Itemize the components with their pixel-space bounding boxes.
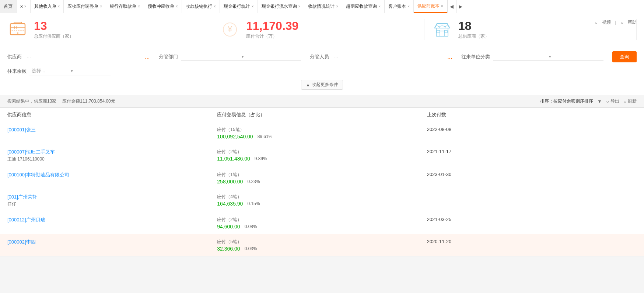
tx-row-0: 100,092,540.0089.61%	[217, 134, 427, 139]
circle-icon: ○	[595, 20, 597, 25]
payable-suppliers-label: 总应付供应商（家）	[34, 33, 74, 39]
result-text1: 搜索结果中，供应商13家	[7, 98, 56, 104]
total-suppliers-number: 18	[458, 20, 489, 32]
summary-text-payable-suppliers: 13 总应付供应商（家）	[34, 20, 74, 39]
payable-total-label: 应付合计（万）	[246, 33, 298, 39]
supplier-cell-5: [000002]李四	[7, 239, 217, 245]
person-dots[interactable]: ...	[447, 54, 452, 60]
table-row: [000012]广州贝瑞应付（2笔）94,600.000.08%2021-03-…	[0, 212, 644, 234]
nav-tab-bank-close[interactable]: ×	[138, 4, 140, 8]
refresh-button[interactable]: ○ 刷新	[624, 98, 637, 104]
nav-tab-home[interactable]: 首页	[0, 0, 17, 13]
store-icon	[432, 19, 452, 40]
nav-tab-3-close[interactable]: ×	[24, 4, 27, 8]
nav-tab-pre-collect-label: 预收冲应收单	[148, 3, 174, 10]
tx-label-5: 应付（5笔）	[217, 239, 427, 245]
nav-tab-cash-stat[interactable]: 现金银行统计 ×	[220, 0, 258, 13]
tx-label-3: 应付（4笔）	[217, 194, 427, 200]
person-input[interactable]	[332, 52, 444, 61]
nav-tab-overdue[interactable]: 超期应收款查询 ×	[342, 0, 385, 13]
date-cell-0: 2022-08-08	[427, 127, 637, 132]
supplier-link-2[interactable]: [000100]本特勤油品有限公司	[7, 172, 69, 177]
supplier-link-4[interactable]: [000012]广州贝瑞	[7, 217, 45, 223]
nav-tab-3[interactable]: 3 ×	[17, 0, 31, 13]
tx-row-2: 258,000.000.23%	[217, 179, 427, 185]
tx-amount-2[interactable]: 258,000.00	[217, 179, 243, 185]
filter-balance: 往来余额 选择... ▼	[7, 66, 111, 76]
nav-tab-cash-flow-close[interactable]: ×	[298, 4, 301, 8]
dept-select[interactable]: ▼	[181, 53, 301, 61]
supplier-link-0[interactable]: [000001]张三	[7, 127, 36, 132]
tx-amount-3[interactable]: 164,635.90	[217, 201, 243, 207]
nav-tab-supplier-book-close[interactable]: ×	[441, 4, 443, 8]
nav-tab-cash-flow[interactable]: 现金银行流水查询 ×	[258, 0, 305, 13]
tx-row-3: 164,635.900.15%	[217, 201, 427, 207]
last-date-4: 2021-03-25	[427, 217, 452, 222]
payable-total-number: 11,170.39	[246, 20, 298, 32]
filter-person: 分管人员 ...	[310, 52, 452, 61]
svg-text:¥: ¥	[16, 31, 19, 35]
nav-tab-3-label: 3	[20, 4, 23, 9]
header-supplier-info: 供应商信息	[7, 111, 217, 118]
nav-tab-collect-stat[interactable]: 收款情况统计 ×	[304, 0, 342, 13]
nav-tab-other-income-close[interactable]: ×	[58, 4, 60, 8]
summary-text-payable-total: 11,170.39 应付合计（万）	[246, 20, 298, 39]
supplier-link-1[interactable]: [000007]恒旺二手叉车	[7, 149, 55, 155]
table-row: [001]广州荣轩仔仔应付（4笔）164,635.900.15%	[0, 189, 644, 212]
nav-tab-cash-flow-label: 现金银行流水查询	[262, 3, 297, 10]
nav-tab-cash-stat-close[interactable]: ×	[252, 4, 254, 8]
category-select[interactable]: ▼	[493, 53, 604, 61]
supplier-cell-3: [001]广州荣轩仔仔	[7, 194, 217, 207]
nav-tab-adjust-close[interactable]: ×	[100, 4, 102, 8]
nav-tab-other-income[interactable]: 其他收入单 ×	[31, 0, 64, 13]
query-button[interactable]: 查询	[612, 51, 637, 62]
nav-tab-overdue-close[interactable]: ×	[378, 4, 381, 8]
tx-cell-0: 应付（15笔）100,092,540.0089.61%	[217, 127, 427, 139]
nav-tab-bank[interactable]: 银行存取款单 ×	[106, 0, 144, 13]
total-suppliers-label: 总供应商（家）	[458, 33, 489, 39]
export-button[interactable]: ○ 导出	[606, 98, 619, 104]
nav-next-arrow[interactable]: ▶	[456, 0, 465, 13]
balance-select[interactable]: 选择... ▼	[29, 66, 111, 76]
filter-category: 往来单位分类 ▼	[461, 53, 604, 61]
top-nav: 首页 3 × 其他收入单 × 应收应付调整单 × 银行存取款单 × 预收冲应收单…	[0, 0, 644, 13]
filter-supplier-label: 供应商	[7, 54, 22, 60]
summary-top-right: ○ 视频 | ○ 帮助	[595, 19, 637, 25]
main-content: 供应商信息 应付交易信息（占比） 上次付数 [000001]张三应付（15笔）1…	[0, 108, 644, 256]
supplier-dots[interactable]: ...	[145, 54, 150, 60]
svg-text:¥: ¥	[227, 24, 232, 34]
nav-tab-pre-collect[interactable]: 预收冲应收单 ×	[144, 0, 182, 13]
nav-tab-pre-collect-close[interactable]: ×	[176, 4, 178, 8]
tx-amount-5[interactable]: 32,366.00	[217, 246, 240, 252]
nav-tab-home-label: 首页	[4, 3, 13, 10]
nav-tab-customer-book-close[interactable]: ×	[407, 4, 410, 8]
category-arrow-icon: ▼	[548, 55, 601, 59]
payable-suppliers-number: 13	[34, 20, 74, 32]
money-icon: ¥	[220, 19, 240, 40]
nav-tab-collect-exec-close[interactable]: ×	[214, 4, 216, 8]
supplier-input[interactable]	[25, 52, 142, 61]
tx-percent-0: 89.61%	[258, 134, 273, 139]
last-date-1: 2021-11-17	[427, 149, 452, 154]
supplier-link-5[interactable]: [000002]李四	[7, 239, 36, 245]
filter-supplier: 供应商 ...	[7, 52, 150, 61]
nav-tab-collect-stat-close[interactable]: ×	[336, 4, 338, 8]
tx-amount-4[interactable]: 94,600.00	[217, 224, 240, 230]
sort-label[interactable]: 排序：按应付余额倒序排序	[540, 98, 593, 104]
video-link[interactable]: 视频	[602, 19, 611, 25]
filter-balance-label: 往来余额	[7, 68, 27, 75]
nav-prev-arrow[interactable]: ◀	[447, 0, 456, 13]
collapse-button[interactable]: ▲ 收起更多条件	[301, 80, 343, 90]
nav-tab-collect-exec[interactable]: 收款核销执行 ×	[182, 0, 220, 13]
tx-amount-1[interactable]: 11,051,486.00	[217, 156, 250, 162]
nav-tab-adjust[interactable]: 应收应付调整单 ×	[64, 0, 106, 13]
svg-rect-7	[444, 30, 447, 33]
nav-tab-customer-book-label: 客户账本	[388, 3, 406, 10]
help-link[interactable]: 帮助	[628, 19, 637, 25]
tx-percent-4: 0.08%	[245, 224, 257, 229]
nav-tab-supplier-book[interactable]: 供应商账本 ×	[414, 0, 447, 13]
supplier-link-3[interactable]: [001]广州荣轩	[7, 194, 37, 200]
table-row: [000100]本特勤油品有限公司应付（1笔）258,000.000.23%20…	[0, 167, 644, 189]
nav-tab-customer-book[interactable]: 客户账本 ×	[385, 0, 414, 13]
tx-amount-0[interactable]: 100,092,540.00	[217, 134, 253, 139]
